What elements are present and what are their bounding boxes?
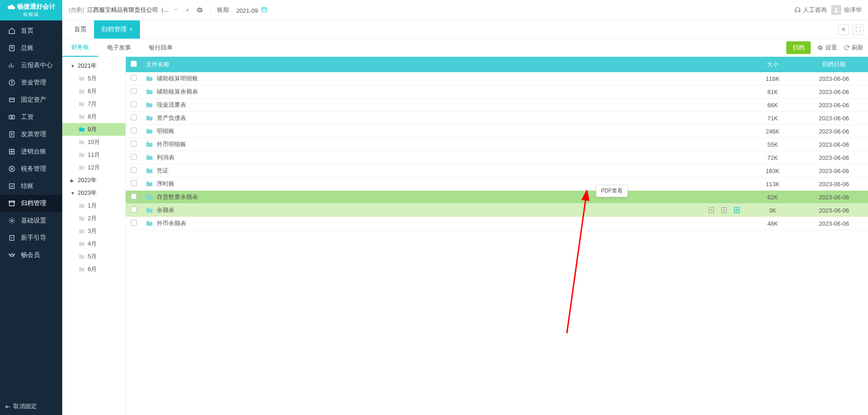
table-row[interactable]: 资产负债表 71K 2023-06-06 [126,112,868,125]
tab[interactable]: 归档管理× [94,20,140,39]
row-checkbox[interactable] [126,85,141,99]
nav-item-label: 进销台账 [21,148,46,156]
nav-item-setting[interactable]: 基础设置 [0,212,62,229]
cell-size: 66K [745,99,800,112]
tree-month[interactable]: 7月 [62,98,125,110]
close-tab-button[interactable]: ✕ [838,24,849,35]
cell-date: 2023-06-06 [800,138,868,151]
nav-item-archive[interactable]: 归档管理 [0,195,62,212]
col-header-size: 大小 [745,57,800,72]
tree-month[interactable]: 2月 [62,212,125,225]
table-row[interactable]: 利润表 72K 2023-06-06 [126,151,868,164]
cell-date: 2023-06-06 [800,151,868,164]
subtab[interactable]: 电子发票 [98,39,140,57]
cell-name: 余额表 [141,204,745,217]
tree-year-label: 2021年 [78,62,97,70]
nav-item-stock[interactable]: 进销台账 [0,143,62,160]
brand-name: 畅捷通好会计 [17,3,55,11]
table-row[interactable]: 现金流量表 66K 2023-06-06 [126,99,868,112]
period-picker[interactable]: 2021-09 [236,6,268,14]
nav-item-label: 归档管理 [21,199,46,208]
refresh-link[interactable]: 刷新 [843,44,863,52]
table-row[interactable]: 外币余额表 48K 2023-06-06 [126,217,868,230]
row-checkbox[interactable] [126,125,141,138]
company-selector[interactable]: (勿删)江西服宝精品有限责任公司（... ﹀ [69,6,179,14]
tree-month[interactable]: 8月 [62,110,125,123]
cell-date: 2023-06-06 [800,164,868,178]
row-checkbox[interactable] [126,191,141,204]
support-link[interactable]: 人工咨询 [794,6,827,14]
nav-item-guide[interactable]: 新手引导 [0,229,62,247]
cell-name: 外币余额表 [141,217,745,230]
download-pdf-icon[interactable] [720,206,728,214]
sidebar-unpin[interactable]: ⇤ 取消固定 [0,398,62,415]
company-settings-button[interactable] [196,6,204,14]
nav-item-ledger[interactable]: 总账 [0,40,62,57]
close-icon[interactable]: × [129,26,133,33]
tree-month[interactable]: 5月 [62,72,125,85]
nav-item-invoice[interactable]: 发票管理 [0,126,62,143]
nav-item-money[interactable]: 资金管理 [0,74,62,91]
nav-item-chart[interactable]: 云报表中心 [0,57,62,74]
guide-icon [8,234,15,242]
page-tabs: 首页归档管理× ✕ ⛶ [62,20,868,39]
tree-month[interactable]: 1月 [62,199,125,212]
tree-month[interactable]: 4月 [62,237,125,250]
sidebar-footer-label: 取消固定 [13,402,37,410]
tree-month[interactable]: 5月 [62,250,125,263]
row-checkbox[interactable] [126,164,141,178]
table-row[interactable]: 辅助核算余额表 81K 2023-06-06 [126,85,868,99]
tree-month[interactable]: 12月 [62,161,125,174]
subtab[interactable]: 银行回单 [140,39,182,57]
tree-month[interactable]: 6月 [62,263,125,276]
tree-month[interactable]: 9月 [62,123,125,136]
nav-item-tax[interactable]: 税务管理 [0,160,62,178]
col-header-checkbox[interactable] [126,57,141,72]
subtab[interactable]: 财务账 [62,39,98,57]
row-checkbox[interactable] [126,217,141,230]
nav-item-salary[interactable]: 工资 [0,109,62,126]
user-menu[interactable]: 徐泽华 [831,5,862,15]
tree-month[interactable]: 6月 [62,85,125,98]
row-checkbox[interactable] [126,112,141,125]
tree-year[interactable]: ▶2022年 [62,174,125,187]
table-row[interactable]: 凭证 163K 2023-06-06 [126,164,868,178]
tree-month[interactable]: 10月 [62,136,125,148]
download-excel-icon[interactable] [707,206,715,214]
archive-button[interactable]: 归档 [786,41,811,54]
row-checkbox[interactable] [126,151,141,164]
table-row[interactable]: 余额表 3K 2023-06-06 [126,204,868,217]
tree-year[interactable]: ▼2021年 [62,59,125,72]
ledger-icon [8,44,15,52]
row-checkbox[interactable] [126,178,141,191]
cell-size: 81K [745,85,800,99]
table-row[interactable]: 辅助核算明细账 116K 2023-06-06 [126,72,868,85]
nav-item-asset[interactable]: 固定资产 [0,91,62,109]
table-row[interactable]: 外币明细账 55K 2023-06-06 [126,138,868,151]
file-name: 存货数量余额表 [157,193,198,201]
table-row[interactable]: 存货数量余额表 62K 2023-06-06 [126,191,868,204]
settings-link[interactable]: 设置 [817,44,837,52]
tree-month[interactable]: 3月 [62,225,125,237]
fullscreen-button[interactable]: ⛶ [853,24,863,35]
tree-year[interactable]: ▼2023年 [62,187,125,199]
row-checkbox[interactable] [126,138,141,151]
row-checkbox[interactable] [126,72,141,85]
folder-icon [79,152,85,158]
nav-item-close[interactable]: 结账 [0,178,62,195]
add-company-button[interactable]: ＋ [183,6,191,14]
cell-name: 资产负债表 [141,112,745,125]
row-checkbox[interactable] [126,204,141,217]
nav-item-vip[interactable]: 畅会员 [0,247,62,264]
file-name: 辅助核算余额表 [157,88,198,96]
view-pdf-icon[interactable] [733,206,741,214]
tab[interactable]: 首页 [67,20,94,39]
table-row[interactable]: 明细账 246K 2023-06-06 [126,125,868,138]
table-row[interactable]: 序时账 113K 2023-06-06 [126,178,868,191]
tree-month[interactable]: 11月 [62,148,125,161]
user-name: 徐泽华 [844,6,862,14]
nav-item-label: 发票管理 [21,130,46,138]
row-checkbox[interactable] [126,99,141,112]
cell-size: 71K [745,112,800,125]
nav-item-home[interactable]: 首页 [0,22,62,40]
